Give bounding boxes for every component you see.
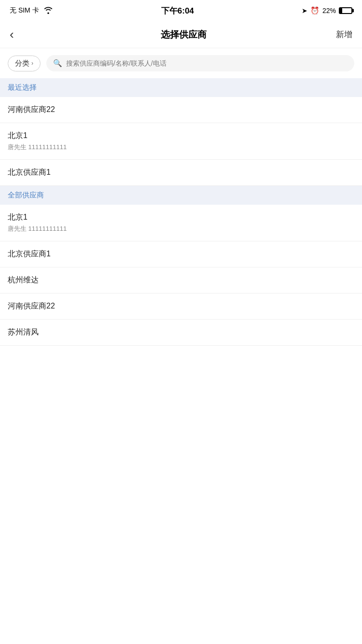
item-name: 北京供应商1 — [8, 168, 354, 178]
list-item[interactable]: 苏州清风 — [0, 320, 362, 346]
category-filter[interactable]: 分类 › — [8, 56, 41, 71]
list-item[interactable]: 杭州维达 — [0, 267, 362, 294]
search-icon: 🔍 — [53, 59, 62, 68]
search-box[interactable]: 🔍 — [46, 55, 354, 71]
add-button[interactable]: 新增 — [336, 29, 352, 40]
list-item[interactable]: 河南供应商22 — [0, 294, 362, 320]
status-time: 下午6:04 — [161, 5, 194, 16]
no-sim-label: 无 SIM 卡 — [10, 6, 39, 15]
recent-list: 河南供应商22北京1唐先生 11111111111北京供应商1 — [0, 97, 362, 186]
item-name: 河南供应商22 — [8, 301, 354, 311]
item-name: 北京1 — [8, 212, 354, 223]
list-item[interactable]: 北京供应商1 — [0, 241, 362, 267]
item-name: 杭州维达 — [8, 275, 354, 285]
location-icon: ➤ — [302, 7, 307, 14]
all-section-header: 全部供应商 — [0, 186, 362, 205]
battery-percent: 22% — [322, 7, 336, 14]
recent-section-header: 最近选择 — [0, 78, 362, 97]
status-right: ➤ ⏰ 22% — [302, 6, 352, 15]
item-name: 北京1 — [8, 131, 354, 141]
all-list: 北京1唐先生 11111111111北京供应商1杭州维达河南供应商22苏州清风 — [0, 205, 362, 346]
chevron-right-icon: › — [31, 60, 33, 67]
item-name: 苏州清风 — [8, 327, 354, 337]
status-left: 无 SIM 卡 — [10, 6, 54, 15]
wifi-icon — [43, 6, 54, 15]
status-bar: 无 SIM 卡 下午6:04 ➤ ⏰ 22% — [0, 0, 362, 21]
item-sub: 唐先生 11111111111 — [8, 224, 354, 233]
list-item[interactable]: 北京1唐先生 11111111111 — [0, 205, 362, 241]
list-item[interactable]: 北京1唐先生 11111111111 — [0, 123, 362, 160]
item-sub: 唐先生 11111111111 — [8, 143, 354, 152]
list-item[interactable]: 河南供应商22 — [0, 97, 362, 123]
search-input[interactable] — [66, 59, 348, 67]
category-label: 分类 — [15, 59, 29, 68]
page-title: 选择供应商 — [161, 28, 207, 41]
item-name: 河南供应商22 — [8, 105, 354, 115]
filter-bar: 分类 › 🔍 — [0, 48, 362, 78]
item-name: 北京供应商1 — [8, 249, 354, 259]
list-item[interactable]: 北京供应商1 — [0, 160, 362, 186]
alarm-icon: ⏰ — [310, 6, 320, 15]
battery-icon — [339, 7, 352, 14]
nav-bar: ‹ 选择供应商 新增 — [0, 21, 362, 48]
back-button[interactable]: ‹ — [10, 27, 31, 42]
